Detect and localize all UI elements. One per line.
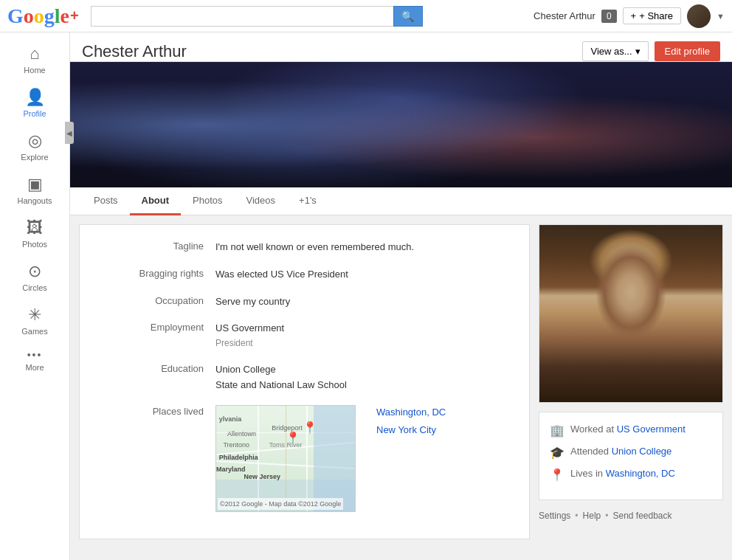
summary-work-text: Worked at US Government <box>570 423 686 436</box>
layout: ⌂ Home 👤 Profile ◎ Explore ▣ Hangouts 🖼 … <box>0 32 732 560</box>
tab-ones[interactable]: +1's <box>287 187 328 215</box>
sep1: • <box>575 511 578 521</box>
search-button[interactable]: 🔍 <box>393 6 423 27</box>
settings-link[interactable]: Settings <box>539 511 570 521</box>
explore-icon: ◎ <box>28 131 42 151</box>
games-icon: ✳ <box>28 305 41 325</box>
summary-education: 🎓 Attended Union College <box>550 445 712 460</box>
logo-g2: g <box>44 4 55 28</box>
education-icon: 🎓 <box>550 446 564 460</box>
home-icon: ⌂ <box>30 44 39 63</box>
education-value: Union College State and National Law Sch… <box>215 362 347 393</box>
user-menu-dropdown[interactable]: ▼ <box>717 12 725 21</box>
more-icon: ••• <box>27 349 43 361</box>
attended-school[interactable]: Union College <box>612 446 672 457</box>
attended-prefix: Attended <box>570 446 609 457</box>
user-name: Chester Arthur <box>534 10 595 21</box>
place-washington[interactable]: Washington, DC <box>376 405 446 421</box>
places-value: ylvania Allentown Trentono Philadelphia … <box>215 405 446 512</box>
topbar-right: Chester Arthur 0 + + Share ▼ <box>534 4 725 28</box>
search-input[interactable] <box>91 6 393 27</box>
avatar-image <box>687 4 711 28</box>
profile-header: Chester Arthur View as... ▾ Edit profile <box>70 32 732 62</box>
lives-place[interactable]: Washington, DC <box>606 468 675 479</box>
summary-location-text: Lives in Washington, DC <box>570 467 675 480</box>
sidebar-label-more: More <box>25 363 44 372</box>
sidebar-item-hangouts[interactable]: ▣ Hangouts <box>5 169 64 211</box>
tab-about[interactable]: About <box>130 187 182 215</box>
edit-profile-button[interactable]: Edit profile <box>655 41 720 61</box>
summary-location: 📍 Lives in Washington, DC <box>550 467 712 482</box>
search-box: 🔍 <box>91 6 423 27</box>
tagline-value: I'm not well known or even remembered mu… <box>215 240 414 255</box>
bragging-value: Was elected US Vice President <box>215 267 348 283</box>
bragging-row: Bragging rights Was elected US Vice Pres… <box>97 267 511 283</box>
education-school1: Union College <box>215 362 347 378</box>
circles-icon: ⊙ <box>28 262 41 281</box>
work-prefix: Worked at <box>570 424 614 435</box>
view-as-button[interactable]: View as... ▾ <box>582 41 648 61</box>
view-as-label: View as... <box>590 46 632 57</box>
sidebar-label-hangouts: Hangouts <box>17 196 52 205</box>
education-row: Education Union College State and Nation… <box>97 362 511 393</box>
lives-prefix: Lives in <box>570 468 603 479</box>
sidebar-label-explore: Explore <box>21 153 48 162</box>
cover-photo <box>70 62 732 187</box>
bragging-label: Bragging rights <box>97 267 215 279</box>
share-plus-icon: + <box>631 10 637 21</box>
map-pin-washington[interactable]: 📍 <box>303 418 317 438</box>
about-panel: Tagline I'm not well known or even remem… <box>79 224 530 539</box>
employment-value: US Government President <box>215 321 284 350</box>
notifications-badge[interactable]: 0 <box>601 10 617 23</box>
hangouts-icon: ▣ <box>27 175 43 194</box>
summary-work: 🏢 Worked at US Government <box>550 423 712 438</box>
sidebar-item-home[interactable]: ⌂ Home <box>5 38 64 80</box>
sidebar-item-circles[interactable]: ⊙ Circles <box>5 256 64 298</box>
tab-bar: Posts About Photos Videos +1's <box>70 187 732 215</box>
place-nyc[interactable]: New York City <box>376 423 446 438</box>
education-label: Education <box>97 362 215 374</box>
tagline-label: Tagline <box>97 240 215 252</box>
sidebar-label-circles: Circles <box>22 283 47 292</box>
profile-photo <box>539 225 722 402</box>
sidebar: ⌂ Home 👤 Profile ◎ Explore ▣ Hangouts 🖼 … <box>0 32 70 560</box>
logo-g: G <box>7 4 24 28</box>
sidebar-label-profile: Profile <box>23 109 46 118</box>
tab-videos[interactable]: Videos <box>235 187 288 215</box>
logo-o2: o <box>34 4 44 28</box>
sidebar-item-profile[interactable]: 👤 Profile <box>5 82 64 124</box>
education-school2: State and National Law School <box>215 378 347 393</box>
places-row: Places lived <box>97 405 511 512</box>
feedback-link[interactable]: Send feedback <box>612 511 671 521</box>
search-icon: 🔍 <box>401 10 414 22</box>
sidebar-collapse-button[interactable]: ◀ <box>65 122 74 144</box>
employment-label: Employment <box>97 321 215 333</box>
employment-org: US Government <box>215 321 284 336</box>
help-link[interactable]: Help <box>583 511 601 521</box>
tab-posts[interactable]: Posts <box>82 187 130 215</box>
map-pin-nyc[interactable]: 📍 <box>286 429 300 448</box>
avatar[interactable] <box>687 4 711 28</box>
logo-plus: + <box>70 7 79 24</box>
work-org[interactable]: US Government <box>617 424 686 435</box>
sidebar-item-photos[interactable]: 🖼 Photos <box>5 212 64 255</box>
sidebar-item-games[interactable]: ✳ Games <box>5 300 64 342</box>
map-container[interactable]: ylvania Allentown Trentono Philadelphia … <box>215 405 356 512</box>
portrait-image <box>539 225 722 402</box>
tagline-row: Tagline I'm not well known or even remem… <box>97 240 511 255</box>
occupation-value: Serve my country <box>215 294 290 310</box>
main-content: Chester Arthur View as... ▾ Edit profile… <box>70 32 732 560</box>
sidebar-item-more[interactable]: ••• More <box>5 343 64 378</box>
places-block: ylvania Allentown Trentono Philadelphia … <box>215 405 446 512</box>
summary-card: 🏢 Worked at US Government 🎓 Attended Uni… <box>539 412 723 500</box>
logo-l: l <box>55 4 61 28</box>
work-icon: 🏢 <box>550 424 564 438</box>
profile-icon: 👤 <box>25 88 45 107</box>
logo-o1: o <box>24 4 34 28</box>
sidebar-item-explore[interactable]: ◎ Explore <box>5 125 64 167</box>
tab-photos[interactable]: Photos <box>181 187 234 215</box>
right-panel: 🏢 Worked at US Government 🎓 Attended Uni… <box>539 224 723 539</box>
share-button[interactable]: + + Share <box>623 7 682 24</box>
map-credit: ©2012 Google - Map data ©2012 Google <box>218 498 343 510</box>
topbar: Google+ 🔍 Chester Arthur 0 + + Share ▼ <box>0 0 732 32</box>
